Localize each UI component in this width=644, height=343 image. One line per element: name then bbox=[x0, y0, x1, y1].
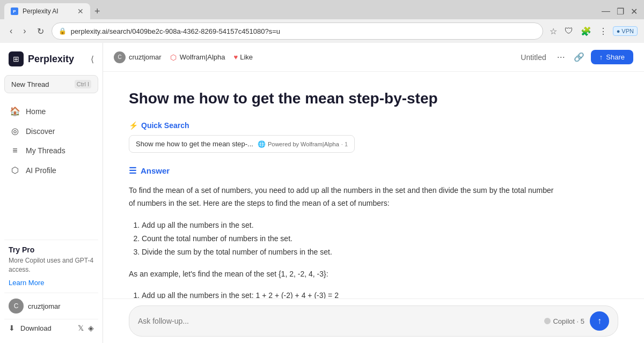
new-thread-shortcut: Ctrl I bbox=[75, 80, 91, 88]
answer-label-text: Answer bbox=[141, 166, 170, 175]
sidebar-item-discover[interactable]: ◎ Discover bbox=[4, 122, 98, 140]
home-icon: 🏠 bbox=[10, 106, 20, 116]
forward-button[interactable]: › bbox=[20, 24, 29, 38]
download-section: ⬇ Download 𝕏 ◈ bbox=[4, 319, 98, 337]
copy-link-button[interactable]: 🔗 bbox=[572, 50, 587, 64]
wolfram-source-text: Powered by Wolfram|Alpha bbox=[268, 141, 339, 147]
share-button[interactable]: ↑ Share bbox=[591, 50, 633, 64]
answer-icon: ☰ bbox=[129, 166, 136, 176]
search-card-text: Show me how to get the mean step-... bbox=[136, 140, 253, 148]
social-icons: 𝕏 ◈ bbox=[78, 324, 94, 332]
wolfram-label: Wolfram|Alpha bbox=[180, 53, 225, 61]
like-badge[interactable]: ♥ Like bbox=[233, 53, 253, 61]
sidebar-item-label-discover: Discover bbox=[26, 127, 55, 136]
followup-input[interactable] bbox=[138, 317, 539, 325]
user-pill-avatar: C bbox=[114, 51, 126, 63]
source-count: · 1 bbox=[341, 141, 348, 147]
sidebar-logo: ⊞ Perplexity bbox=[9, 51, 74, 66]
tab-actions: — ❐ ✕ bbox=[599, 4, 640, 19]
question-title: Show me how to get the mean step-by-step bbox=[129, 89, 560, 108]
wolfram-source: 🌐 Powered by Wolfram|Alpha · 1 bbox=[258, 140, 348, 148]
wolfram-source-icon: 🌐 bbox=[258, 140, 266, 148]
submit-button[interactable]: ↑ bbox=[590, 311, 609, 331]
browser-toolbar: ‹ › ↻ 🔒 perplexity.ai/search/0409be2c-90… bbox=[0, 19, 644, 43]
steps-list: Add up all the numbers in the set. Count… bbox=[129, 219, 560, 259]
nav-items: 🏠 Home ◎ Discover ≡ My Threads ⬡ AI Prof… bbox=[4, 102, 98, 180]
active-tab[interactable]: P Perplexity AI ✕ bbox=[4, 3, 90, 19]
ai-profile-icon: ⬡ bbox=[10, 165, 20, 175]
sidebar-item-label-ai-profile: AI Profile bbox=[26, 166, 56, 175]
user-section: C cruztjomar bbox=[4, 293, 98, 319]
tab-title: Perplexity AI bbox=[23, 8, 58, 15]
followup-bar: Copilot · 5 ↑ bbox=[103, 299, 644, 343]
tab-close-btn[interactable]: ✕ bbox=[77, 7, 84, 16]
answer-intro: To find the mean of a set of numbers, yo… bbox=[129, 184, 560, 210]
sidebar-item-my-threads[interactable]: ≡ My Threads bbox=[4, 141, 98, 160]
new-thread-button[interactable]: New Thread Ctrl I bbox=[4, 75, 98, 93]
quick-search-label: ⚡ Quick Search bbox=[129, 121, 560, 130]
tab-bar: P Perplexity AI ✕ + — ❐ ✕ bbox=[0, 0, 644, 19]
back-button[interactable]: ‹ bbox=[6, 24, 16, 38]
quick-search-section: ⚡ Quick Search Show me how to get the me… bbox=[129, 121, 560, 153]
list-item: Count the total number of numbers in the… bbox=[142, 232, 560, 245]
app-container: ⊞ Perplexity ⟨ New Thread Ctrl I 🏠 Home … bbox=[0, 43, 644, 343]
quick-search-text: Quick Search bbox=[141, 121, 189, 130]
sidebar-item-label-home: Home bbox=[26, 107, 46, 116]
copilot-badge: Copilot · 5 bbox=[544, 317, 584, 325]
new-tab-button[interactable]: + bbox=[90, 4, 105, 19]
close-window-button[interactable]: ✕ bbox=[628, 4, 640, 19]
avatar: C bbox=[9, 299, 24, 314]
copilot-dot-icon bbox=[544, 318, 551, 324]
more-options-button[interactable]: ··· bbox=[555, 49, 567, 65]
content-header: C cruztjomar ⬡ Wolfram|Alpha ♥ Like Unti… bbox=[103, 43, 644, 72]
address-bar[interactable]: 🔒 perplexity.ai/search/0409be2c-908a-436… bbox=[52, 23, 543, 40]
threads-icon: ≡ bbox=[10, 146, 20, 155]
thread-title: Untitled bbox=[521, 53, 546, 62]
heart-icon: ♥ bbox=[233, 53, 238, 61]
learn-more-link[interactable]: Learn More bbox=[9, 279, 44, 287]
user-name: cruztjomar bbox=[28, 302, 61, 310]
discover-icon: ◎ bbox=[10, 126, 20, 136]
logo-icon: ⊞ bbox=[9, 51, 24, 66]
twitter-icon[interactable]: 𝕏 bbox=[78, 324, 84, 332]
sidebar-item-ai-profile[interactable]: ⬡ AI Profile bbox=[4, 161, 98, 180]
lightning-icon: ⚡ bbox=[129, 121, 138, 130]
lock-icon: 🔒 bbox=[58, 27, 67, 35]
sidebar-header: ⊞ Perplexity ⟨ bbox=[4, 49, 98, 69]
bookmark-button[interactable]: ☆ bbox=[547, 24, 559, 39]
download-icon: ⬇ bbox=[9, 324, 15, 332]
maximize-button[interactable]: ❐ bbox=[614, 4, 626, 19]
toolbar-right: ☆ 🛡 🧩 ⋮ ● VPN bbox=[547, 24, 638, 39]
browser-chrome: P Perplexity AI ✕ + — ❐ ✕ ‹ › ↻ 🔒 perple… bbox=[0, 0, 644, 43]
new-thread-label: New Thread bbox=[11, 80, 49, 88]
answer-label: ☰ Answer bbox=[129, 166, 560, 176]
vpn-badge: ● VPN bbox=[613, 26, 638, 36]
shield-icon[interactable]: 🛡 bbox=[562, 24, 575, 38]
wolfram-icon: ⬡ bbox=[170, 53, 177, 62]
reload-button[interactable]: ↻ bbox=[34, 24, 47, 39]
main-content: C cruztjomar ⬡ Wolfram|Alpha ♥ Like Unti… bbox=[103, 43, 644, 343]
try-pro-desc: More Copilot uses and GPT-4 access. bbox=[9, 256, 94, 274]
example-intro: As an example, let's find the mean of th… bbox=[129, 268, 560, 281]
share-icon: ↑ bbox=[599, 53, 603, 61]
sidebar-item-home[interactable]: 🏠 Home bbox=[4, 102, 98, 121]
menu-button[interactable]: ⋮ bbox=[597, 24, 610, 39]
header-user-name: cruztjomar bbox=[129, 53, 162, 61]
discord-icon[interactable]: ◈ bbox=[88, 324, 94, 332]
minimize-button[interactable]: — bbox=[599, 4, 612, 19]
user-pill: C cruztjomar bbox=[114, 51, 162, 63]
list-item: Add up all the numbers in the set. bbox=[142, 219, 560, 232]
logo-text: Perplexity bbox=[28, 54, 74, 65]
collapse-sidebar-button[interactable]: ⟨ bbox=[91, 54, 94, 64]
tab-favicon: P bbox=[11, 8, 18, 15]
download-label[interactable]: Download bbox=[20, 324, 52, 332]
url-text: perplexity.ai/search/0409be2c-908a-4362-… bbox=[71, 27, 536, 35]
wolfram-badge: ⬡ Wolfram|Alpha bbox=[170, 53, 225, 62]
search-card[interactable]: Show me how to get the mean step-... 🌐 P… bbox=[129, 135, 355, 153]
list-item: Divide the sum by the total number of nu… bbox=[142, 245, 560, 259]
try-pro-section: Try Pro More Copilot uses and GPT-4 acce… bbox=[4, 240, 98, 293]
followup-input-wrap: Copilot · 5 ↑ bbox=[129, 305, 618, 337]
extensions-button[interactable]: 🧩 bbox=[579, 24, 594, 39]
copilot-label: Copilot · 5 bbox=[553, 317, 584, 325]
header-actions: ··· 🔗 ↑ Share bbox=[555, 49, 633, 65]
